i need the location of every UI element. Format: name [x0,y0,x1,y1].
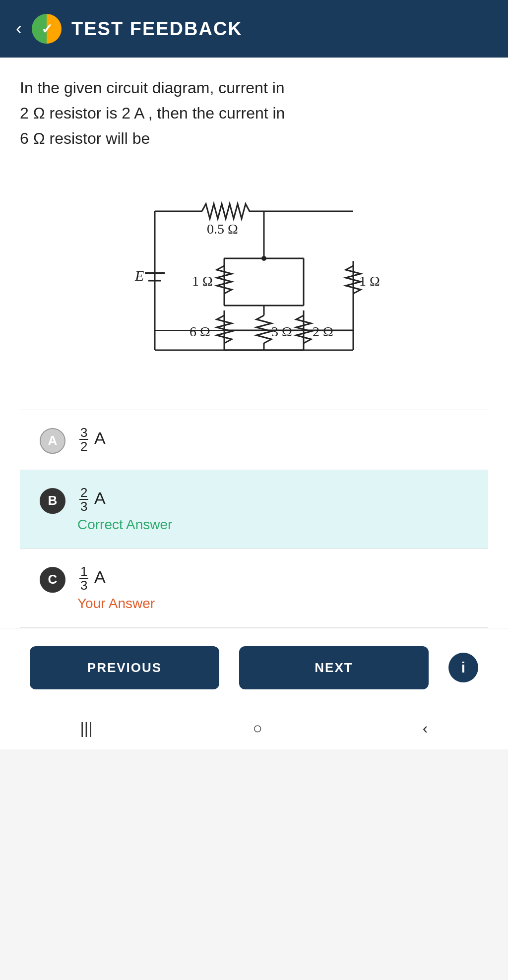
back-icon[interactable]: ‹ [16,18,22,39]
your-answer-label: Your Answer [77,596,155,612]
option-c-fraction: 1 3 [79,565,88,592]
option-c-text: 1 3 A [77,565,155,592]
option-a-content: 3 2 A [77,426,106,453]
svg-text:1 Ω: 1 Ω [192,273,213,289]
system-nav: ||| ○ ‹ [0,707,508,749]
circle-indicator: ○ [253,719,262,737]
option-b-circle: B [40,488,65,514]
info-button[interactable]: i [448,653,478,682]
option-c[interactable]: C 1 3 A Your Answer [20,549,488,628]
next-button[interactable]: NEXT [239,646,429,689]
circuit-svg: 0.5 Ω E 1 Ω 1 Ω [125,182,383,380]
question-line3: 6 Ω resistor will be [20,129,150,147]
back-indicator: ‹ [423,719,428,737]
svg-text:0.5 Ω: 0.5 Ω [207,221,238,237]
app-logo [32,14,62,44]
circuit-diagram: 0.5 Ω E 1 Ω 1 Ω [20,172,488,390]
svg-text:3 Ω: 3 Ω [271,324,292,339]
header: ‹ TEST FEEDBACK [0,0,508,58]
option-a-text: 3 2 A [77,426,106,453]
option-a[interactable]: A 3 2 A [20,410,488,470]
previous-button[interactable]: PREVIOUS [30,646,219,689]
option-a-circle: A [40,428,65,454]
option-a-fraction: 3 2 [79,426,88,453]
svg-text:2 Ω: 2 Ω [313,324,333,339]
option-b-text: 2 3 A [77,486,172,513]
option-b[interactable]: B 2 3 A Correct Answer [20,470,488,549]
svg-text:1 Ω: 1 Ω [359,273,380,289]
svg-text:E: E [134,267,144,284]
question-line2: 2 Ω resistor is 2 A , then the current i… [20,104,285,122]
correct-answer-label: Correct Answer [77,517,172,533]
bottom-nav: PREVIOUS NEXT i [0,628,508,707]
option-c-circle: C [40,567,65,593]
option-b-content: 2 3 A Correct Answer [77,486,172,533]
svg-text:6 Ω: 6 Ω [190,324,210,339]
main-content: In the given circuit diagram, current in… [0,58,508,628]
home-indicator: ||| [80,719,93,737]
question-text: In the given circuit diagram, current in… [20,75,488,152]
options-container: A 3 2 A B 2 3 [20,410,488,628]
question-line1: In the given circuit diagram, current in [20,79,285,97]
page-title: TEST FEEDBACK [71,18,243,40]
option-b-fraction: 2 3 [79,486,88,513]
option-c-content: 1 3 A Your Answer [77,565,155,612]
